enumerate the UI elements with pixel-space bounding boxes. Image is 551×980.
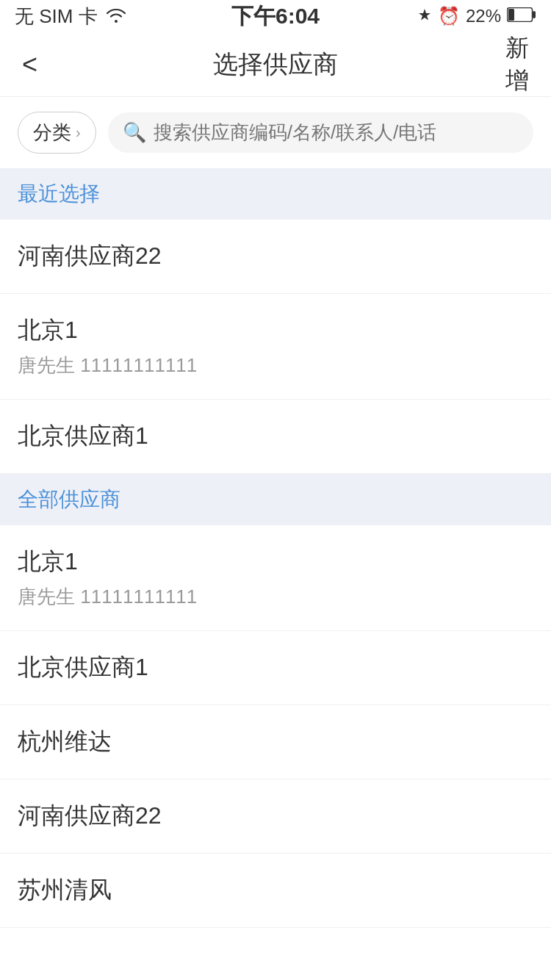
- add-button[interactable]: 新增: [485, 32, 529, 97]
- item-name: 北京1: [18, 314, 533, 347]
- search-icon: 🔍: [123, 121, 146, 144]
- all-section-header: 全部供应商: [0, 474, 551, 525]
- back-button[interactable]: <: [22, 49, 66, 80]
- battery-icon: [507, 6, 536, 26]
- item-name: 北京供应商1: [18, 420, 533, 453]
- battery-percent: 22%: [466, 6, 501, 26]
- list-item[interactable]: 北京供应商1: [0, 400, 551, 474]
- item-name: 苏州清风: [18, 874, 533, 907]
- chevron-right-icon: ›: [76, 124, 81, 141]
- list-item[interactable]: 河南供应商22: [0, 779, 551, 854]
- search-box: 🔍: [108, 112, 533, 153]
- sim-text: 无 SIM 卡: [15, 4, 98, 29]
- list-item[interactable]: 河南供应商22: [0, 220, 551, 294]
- list-item[interactable]: 北京供应商1: [0, 631, 551, 705]
- filter-bar: 分类 › 🔍: [0, 97, 551, 168]
- wifi-icon: [105, 5, 127, 28]
- recent-section-header: 最近选择: [0, 168, 551, 220]
- list-item[interactable]: 杭州维达: [0, 705, 551, 779]
- status-time: 下午6:04: [231, 1, 320, 32]
- item-name: 河南供应商22: [18, 800, 533, 832]
- list-item[interactable]: 北京1 唐先生 11111111111: [0, 294, 551, 400]
- svg-rect-2: [508, 9, 514, 21]
- svg-rect-1: [533, 11, 536, 18]
- status-bar: 无 SIM 卡 下午6:04 ⏰ 22%: [0, 0, 551, 32]
- category-button[interactable]: 分类 ›: [18, 112, 96, 154]
- search-input[interactable]: [154, 121, 519, 144]
- list-item[interactable]: 北京1 唐先生 11111111111: [0, 525, 551, 631]
- item-sub: 唐先生 11111111111: [18, 584, 533, 610]
- alarm-icon: ⏰: [438, 6, 460, 26]
- list-item[interactable]: 苏州清风: [0, 854, 551, 928]
- all-items-list: 北京1 唐先生 11111111111 北京供应商1 杭州维达 河南供应商22 …: [0, 525, 551, 928]
- status-right: ⏰ 22%: [417, 6, 536, 26]
- item-name: 北京1: [18, 546, 533, 578]
- item-name: 北京供应商1: [18, 652, 533, 684]
- status-left: 无 SIM 卡: [15, 4, 127, 29]
- item-name: 杭州维达: [18, 726, 533, 758]
- recent-items-list: 河南供应商22 北京1 唐先生 11111111111 北京供应商1: [0, 220, 551, 474]
- location-icon: [417, 6, 432, 26]
- item-sub: 唐先生 11111111111: [18, 353, 533, 378]
- item-name: 河南供应商22: [18, 240, 533, 273]
- page-title: 选择供应商: [66, 48, 485, 82]
- category-label: 分类: [33, 120, 71, 145]
- nav-bar: < 选择供应商 新增: [0, 32, 551, 97]
